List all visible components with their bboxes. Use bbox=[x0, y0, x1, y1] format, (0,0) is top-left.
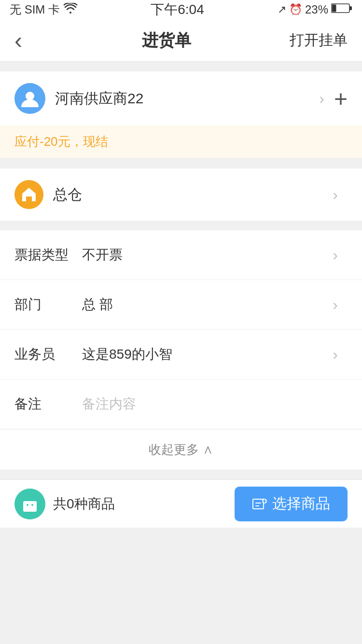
bottom-bar: 共0种商品 选择商品 bbox=[0, 479, 362, 528]
salesman-chevron-icon: › bbox=[333, 346, 338, 364]
notice-bar: 应付-20元，现结 bbox=[0, 126, 362, 158]
open-pending-button[interactable]: 打开挂单 bbox=[290, 30, 348, 50]
status-bar: 无 SIM 卡 下午6:04 ↗ ⏰ 23% bbox=[0, 0, 362, 19]
invoice-value: 不开票 bbox=[82, 246, 333, 264]
status-left: 无 SIM 卡 bbox=[10, 2, 77, 17]
warehouse-icon bbox=[14, 180, 43, 209]
invoice-row[interactable]: 票据类型 不开票 › bbox=[0, 230, 362, 280]
home-icon bbox=[20, 186, 38, 203]
salesman-row[interactable]: 业务员 这是859的小智 › bbox=[0, 330, 362, 379]
select-product-icon bbox=[252, 496, 267, 512]
svg-rect-4 bbox=[26, 196, 32, 201]
select-product-button[interactable]: 选择商品 bbox=[235, 487, 348, 521]
page-title: 进货单 bbox=[142, 29, 191, 52]
page: 无 SIM 卡 下午6:04 ↗ ⏰ 23% bbox=[0, 0, 362, 644]
section-gap-3 bbox=[0, 221, 362, 230]
form-section: 票据类型 不开票 › 部门 总 部 › 业务员 这是859的小智 › 备注 备注… bbox=[0, 230, 362, 470]
collapse-label: 收起更多 ∧ bbox=[149, 441, 213, 458]
user-icon bbox=[20, 89, 40, 108]
warehouse-chevron-icon: › bbox=[333, 186, 338, 204]
battery-icon bbox=[331, 3, 352, 16]
battery-label: 23% bbox=[305, 3, 328, 16]
status-right: ↗ ⏰ 23% bbox=[278, 3, 352, 16]
remark-input[interactable]: 备注内容 bbox=[82, 395, 348, 413]
wifi-icon bbox=[64, 3, 77, 16]
invoice-chevron-icon: › bbox=[333, 246, 338, 264]
warehouse-section: 总仓 › bbox=[0, 168, 362, 221]
select-product-label: 选择商品 bbox=[272, 494, 330, 514]
svg-rect-5 bbox=[23, 501, 37, 512]
supplier-chevron-icon: › bbox=[319, 90, 324, 108]
section-gap-1 bbox=[0, 62, 362, 71]
svg-rect-8 bbox=[253, 499, 264, 509]
alarm-icon: ⏰ bbox=[289, 3, 302, 16]
bottom-left: 共0种商品 bbox=[14, 489, 115, 519]
svg-point-7 bbox=[31, 504, 33, 506]
department-value: 总 部 bbox=[82, 295, 333, 314]
shopping-bag-icon bbox=[21, 495, 39, 513]
product-count-text: 共0种商品 bbox=[53, 495, 115, 513]
notice-text: 应付-20元，现结 bbox=[14, 134, 108, 149]
status-time: 下午6:04 bbox=[151, 0, 204, 19]
svg-rect-2 bbox=[332, 5, 336, 12]
warehouse-row[interactable]: 总仓 › bbox=[0, 168, 362, 221]
location-icon: ↗ bbox=[278, 3, 286, 16]
department-label: 部门 bbox=[14, 295, 82, 314]
svg-rect-1 bbox=[349, 6, 352, 10]
nav-bar: ‹ 进货单 打开挂单 bbox=[0, 19, 362, 62]
section-gap-2 bbox=[0, 158, 362, 168]
svg-point-3 bbox=[26, 92, 34, 100]
carrier-label: 无 SIM 卡 bbox=[10, 2, 60, 17]
invoice-label: 票据类型 bbox=[14, 246, 82, 264]
svg-point-6 bbox=[27, 504, 28, 506]
supplier-avatar bbox=[14, 83, 45, 114]
department-row[interactable]: 部门 总 部 › bbox=[0, 280, 362, 330]
supplier-name: 河南供应商22 bbox=[55, 89, 319, 109]
back-button[interactable]: ‹ bbox=[14, 27, 43, 54]
section-gap-4 bbox=[0, 470, 362, 479]
salesman-label: 业务员 bbox=[14, 345, 82, 364]
salesman-value: 这是859的小智 bbox=[82, 345, 333, 364]
remark-row[interactable]: 备注 备注内容 bbox=[0, 379, 362, 429]
remark-label: 备注 bbox=[14, 395, 82, 413]
warehouse-name: 总仓 bbox=[53, 185, 333, 205]
add-supplier-button[interactable]: + bbox=[334, 85, 348, 112]
supplier-row[interactable]: 河南供应商22 › + bbox=[0, 71, 362, 126]
collapse-button[interactable]: 收起更多 ∧ bbox=[0, 429, 362, 470]
supplier-section: 河南供应商22 › + 应付-20元，现结 bbox=[0, 71, 362, 158]
department-chevron-icon: › bbox=[333, 296, 338, 314]
product-count-icon bbox=[14, 489, 45, 519]
